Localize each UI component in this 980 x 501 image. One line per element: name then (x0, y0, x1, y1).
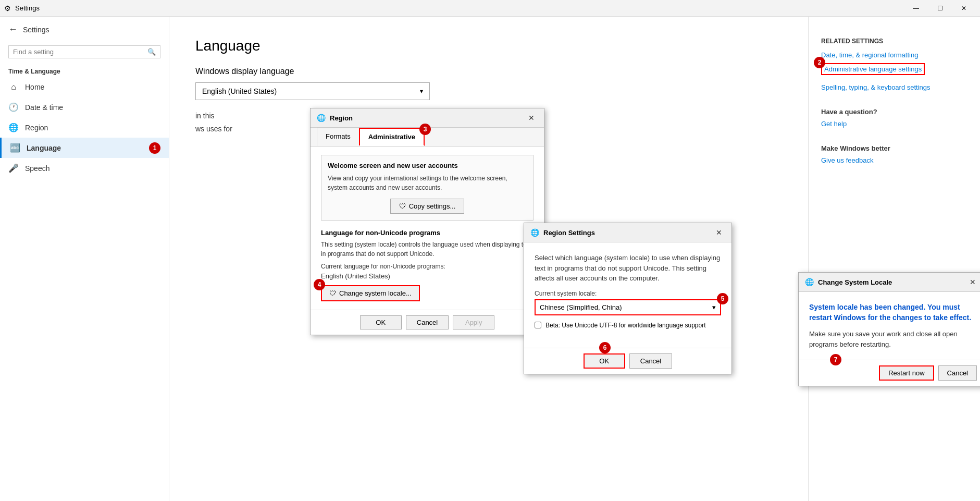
csl-globe-icon: 🌐 (805, 278, 814, 286)
csl-titlebar: 🌐 Change System Locale ✕ (799, 273, 980, 292)
csl-sub-desc: Make sure you save your work and close a… (809, 329, 975, 349)
csl-title: Change System Locale (818, 278, 892, 286)
csl-cancel-label: Cancel (947, 369, 968, 377)
sidebar-item-label: Home (25, 83, 44, 91)
sidebar-item-region[interactable]: 🌐 Region (0, 117, 169, 138)
change-system-locale-dialog: 🌐 Change System Locale ✕ System locale h… (798, 272, 980, 386)
language-dropdown-value: English (United States) (202, 87, 277, 95)
region-settings-dialog: 🌐 Region Settings ✕ Select which languag… (524, 223, 732, 374)
change-locale-label: Change system locale... (339, 289, 412, 297)
region-cancel-button[interactable]: Cancel (406, 315, 449, 329)
locale-dropdown-value: Chinese (Simplified, China) (540, 303, 622, 311)
windows-display-language-label: Windows display language (195, 67, 782, 76)
csl-main-desc: System locale has been changed. You must… (809, 302, 975, 323)
minimize-button[interactable]: — (904, 0, 928, 17)
lang-non-unicode-section: Language for non-Unicode programs This s… (321, 229, 534, 301)
settings-icon: ⚙ (4, 4, 11, 13)
sidebar-item-label: Speech (25, 164, 49, 173)
region-settings-close-button[interactable]: ✕ (713, 227, 725, 238)
tab-administrative-label: Administrative (368, 133, 415, 141)
change-locale-button[interactable]: 🛡 Change system locale... (321, 285, 420, 301)
main-content: Language Windows display language Englis… (169, 17, 808, 501)
sidebar-item-date-time[interactable]: 🕐 Date & time (0, 97, 169, 117)
clock-icon: 🕐 (8, 102, 19, 112)
region-settings-ok-label: OK (599, 357, 609, 365)
region-settings-globe-icon: 🌐 (530, 228, 539, 237)
get-help-link[interactable]: Get help (821, 120, 967, 128)
csl-cancel-button[interactable]: Cancel (938, 365, 977, 381)
related-settings-title: Related settings (821, 38, 967, 45)
sidebar-item-label: Region (25, 124, 48, 132)
change-locale-shield-icon: 🛡 (329, 289, 336, 297)
badge-6: 6 (599, 342, 611, 353)
app-title: Settings (15, 4, 40, 12)
welcome-section-desc: View and copy your international setting… (328, 174, 527, 192)
restart-now-label: Restart now (888, 369, 924, 377)
have-question-title: Have a question? (821, 108, 967, 116)
make-better-title: Make Windows better (821, 144, 967, 152)
sidebar-app-title: Settings (23, 26, 49, 34)
admin-lang-link[interactable]: Administrative language settings (821, 63, 925, 75)
badge-7: 7 (830, 354, 841, 365)
close-button[interactable]: ✕ (952, 0, 976, 17)
sidebar: ← Settings 🔍 Time & Language ⌂ Home 🕐 Da… (0, 17, 169, 501)
copy-settings-shield-icon: 🛡 (399, 202, 406, 210)
badge-4: 4 (314, 279, 325, 290)
welcome-section: Welcome screen and new user accounts Vie… (321, 155, 534, 221)
page-title: Language (195, 38, 782, 54)
badge-3: 3 (419, 124, 431, 135)
tab-formats[interactable]: Formats (317, 128, 359, 146)
region-settings-ok-button[interactable]: OK (584, 353, 625, 369)
region-dialog-close-button[interactable]: ✕ (525, 113, 538, 123)
badge-5: 5 (717, 293, 728, 304)
search-icon: 🔍 (147, 48, 156, 56)
lang-non-unicode-title: Language for non-Unicode programs (321, 229, 534, 237)
have-question-section: Have a question? Get help (821, 108, 967, 128)
sidebar-item-language[interactable]: 🔤 Language 1 (0, 138, 169, 158)
locale-dropdown[interactable]: Chinese (Simplified, China) ▾ (535, 299, 721, 315)
region-settings-cancel-label: Cancel (640, 357, 661, 365)
microphone-icon: 🎤 (8, 163, 19, 173)
region-settings-titlebar: 🌐 Region Settings ✕ (524, 223, 731, 242)
maximize-button[interactable]: ☐ (928, 0, 952, 17)
region-dialog-globe-icon: 🌐 (317, 114, 326, 122)
region-settings-title: Region Settings (543, 229, 595, 237)
make-better-section: Make Windows better Give us feedback (821, 144, 967, 164)
badge-2: 2 (814, 57, 825, 68)
region-settings-desc: Select which language (system locale) to… (535, 253, 721, 284)
beta-label: Beta: Use Unicode UTF-8 for worldwide la… (545, 322, 706, 329)
beta-checkbox[interactable] (535, 322, 541, 328)
related-settings-section: Related settings Date, time, & regional … (821, 38, 967, 91)
region-dialog-title: Region (330, 114, 353, 122)
badge-1: 1 (149, 142, 160, 154)
tab-administrative[interactable]: Administrative 3 (359, 128, 425, 146)
region-settings-cancel-button[interactable]: Cancel (629, 353, 672, 369)
copy-settings-label: Copy settings... (409, 202, 456, 210)
sidebar-item-label: Date & time (25, 103, 63, 112)
current-locale-label: Current system locale: (535, 290, 721, 297)
give-feedback-link[interactable]: Give us feedback (821, 156, 967, 164)
tab-formats-label: Formats (326, 132, 351, 140)
region-ok-button[interactable]: OK (360, 315, 402, 329)
region-apply-label: Apply (465, 319, 482, 326)
locale-dropdown-arrow: ▾ (712, 303, 716, 311)
csl-close-button[interactable]: ✕ (966, 277, 979, 287)
globe-icon: 🌐 (8, 123, 19, 132)
date-time-formatting-link[interactable]: Date, time, & regional formatting (821, 51, 967, 59)
copy-settings-button[interactable]: 🛡 Copy settings... (390, 199, 465, 214)
sidebar-item-label: Language (27, 144, 61, 152)
language-dropdown[interactable]: English (United States) ▾ (195, 82, 430, 100)
back-button[interactable]: ← (8, 24, 18, 35)
restart-now-button[interactable]: Restart now (879, 365, 934, 381)
region-apply-button[interactable]: Apply (453, 315, 494, 329)
sidebar-item-home[interactable]: ⌂ Home (0, 77, 169, 97)
lang-non-unicode-desc: This setting (system locale) controls th… (321, 240, 534, 259)
current-lang-label: Current language for non-Unicode program… (321, 263, 534, 270)
spelling-typing-link[interactable]: Spelling, typing, & keyboard settings (821, 83, 931, 91)
language-icon: 🔤 (10, 143, 20, 153)
sidebar-item-speech[interactable]: 🎤 Speech (0, 158, 169, 178)
search-input[interactable] (13, 48, 147, 56)
region-dialog: 🌐 Region ✕ Formats Administrative 3 (310, 108, 544, 335)
sidebar-section-label: Time & Language (8, 68, 60, 75)
right-panel: Related settings Date, time, & regional … (808, 17, 980, 501)
